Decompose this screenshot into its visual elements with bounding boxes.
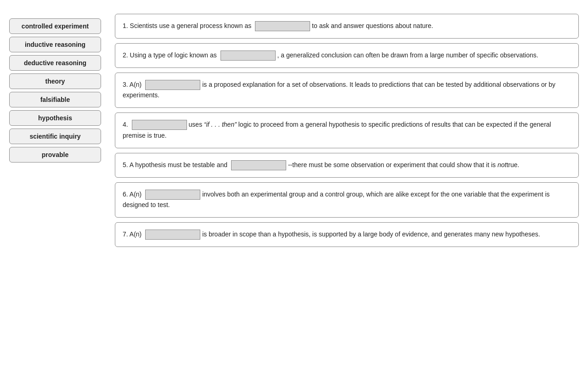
question-text: A(n) [130,230,143,238]
question-number: 7. [123,230,130,238]
word-bank: controlled experimentinductive reasoning… [9,14,101,247]
question-box-q2: 2. Using a type of logic known as , a ge… [115,43,579,68]
question-text: uses “if . . . then” logic to proceed fr… [123,121,551,139]
question-number: 4. [123,121,130,128]
question-number: 2. [123,51,130,59]
question-text: A(n) [130,191,143,198]
word-item-provable[interactable]: provable [9,147,101,163]
answer-blank[interactable] [220,51,276,61]
question-text: Scientists use a general process known a… [130,22,253,29]
word-item-controlled-experiment[interactable]: controlled experiment [9,18,101,34]
italic-text: “if . . . then” [204,121,237,128]
question-box-q1: 1. Scientists use a general process know… [115,14,579,39]
answer-blank[interactable] [132,120,187,130]
question-text: Using a type of logic known as [130,51,219,59]
question-text: true. [506,161,519,168]
answer-blank[interactable] [145,230,200,240]
word-item-falsifiable[interactable]: falsifiable [9,92,101,107]
questions-container: 1. Scientists use a general process know… [115,14,579,247]
question-number: 6. [123,191,130,198]
word-item-inductive-reasoning[interactable]: inductive reasoning [9,37,101,52]
question-box-q5: 5. A hypothesis must be testable and --t… [115,153,579,178]
question-number: 5. [123,161,130,168]
question-text: is broader in scope than a hypothesis, i… [202,230,540,238]
question-text: A hypothesis must be testable and [130,161,229,168]
question-number: 3. [123,81,130,88]
word-item-theory[interactable]: theory [9,73,101,89]
question-box-q6: 6. A(n) involves both an experimental gr… [115,182,579,218]
word-item-hypothesis[interactable]: hypothesis [9,110,101,126]
main-container: controlled experimentinductive reasoning… [9,9,579,247]
question-box-q4: 4. uses “if . . . then” logic to proceed… [115,112,579,148]
question-text: A(n) [130,81,143,88]
question-text: --there must be some observation or expe… [288,161,498,168]
italic-not: not [498,161,506,168]
word-item-scientific-inquiry[interactable]: scientific inquiry [9,129,101,144]
question-text: , a generalized conclusion can often be … [277,51,538,59]
question-box-q3: 3. A(n) is a proposed explanation for a … [115,73,579,108]
question-text: to ask and answer questions about nature… [312,22,433,29]
word-item-deductive-reasoning[interactable]: deductive reasoning [9,55,101,71]
answer-blank[interactable] [255,21,310,31]
answer-blank[interactable] [145,80,200,90]
answer-blank[interactable] [231,160,286,170]
answer-blank[interactable] [145,190,200,200]
question-box-q7: 7. A(n) is broader in scope than a hypot… [115,222,579,247]
question-number: 1. [123,22,130,29]
